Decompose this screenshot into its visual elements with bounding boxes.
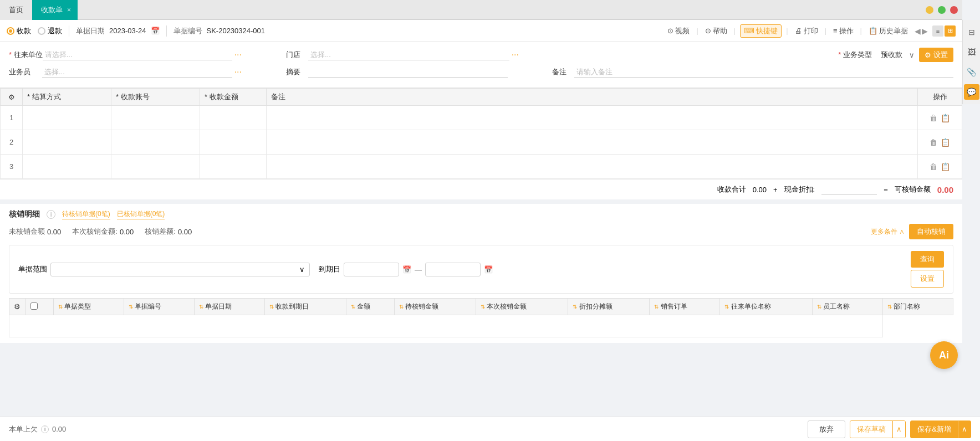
sort-icon[interactable]: ⇅ — [481, 304, 485, 310]
counterpart-input[interactable] — [43, 49, 232, 60]
writeoff-info-icon[interactable]: i — [47, 210, 55, 219]
sort-icon[interactable]: ⇅ — [887, 304, 892, 310]
separator-1 — [69, 25, 69, 37]
auto-writeoff-button[interactable]: 自动核销 — [909, 224, 953, 239]
sort-icon[interactable]: ⇅ — [129, 304, 133, 310]
counterpart-more-icon[interactable]: ··· — [234, 50, 242, 60]
print-button[interactable]: 🖨 打印 — [793, 25, 820, 37]
biz-type-arrow-icon[interactable]: ∨ — [909, 51, 915, 59]
summary-field: 摘要 — [286, 66, 508, 78]
account-cell[interactable] — [111, 106, 200, 130]
save-new-arrow-button[interactable]: ∧ — [958, 421, 971, 438]
salesperson-input[interactable] — [42, 66, 232, 78]
delete-row-icon[interactable]: 🗑 — [930, 162, 937, 171]
delete-row-icon[interactable]: 🗑 — [930, 138, 937, 147]
sidebar-table-icon[interactable]: ⊟ — [964, 24, 979, 40]
summary-input[interactable] — [308, 66, 508, 78]
select-all-checkbox[interactable] — [30, 302, 38, 310]
date-to-input[interactable]: 2022-04-12 — [425, 263, 481, 276]
salesperson-more-icon[interactable]: ··· — [234, 67, 242, 77]
nav-prev-icon[interactable]: ◀ — [915, 27, 921, 35]
tab-close-icon[interactable]: × — [67, 0, 71, 20]
save-draft-arrow-button[interactable]: ∧ — [893, 421, 905, 438]
tab-active[interactable]: 收款单 × — [32, 0, 78, 20]
sort-icon[interactable]: ⇅ — [573, 304, 577, 310]
settlement-cell[interactable] — [23, 155, 111, 179]
amount-cell[interactable] — [200, 106, 267, 130]
help-button[interactable]: ⊙ 帮助 — [703, 25, 729, 37]
sort-icon[interactable]: ⇅ — [724, 304, 729, 310]
grid-view-btn[interactable]: ⊞ — [945, 25, 956, 37]
copy-row-icon[interactable]: 📋 — [941, 114, 950, 122]
copy-row-icon[interactable]: 📋 — [941, 138, 950, 147]
doc-range-select[interactable]: ∨ — [50, 263, 310, 276]
list-view-btn[interactable]: ≡ — [932, 25, 943, 37]
refund-label: 退款 — [48, 26, 62, 36]
ops-button[interactable]: ≡ 操作 — [831, 25, 856, 37]
account-cell[interactable] — [111, 155, 200, 179]
sidebar-image-icon[interactable]: 🖼 — [964, 44, 979, 60]
date-to-calendar-icon[interactable]: 📅 — [484, 265, 493, 274]
refund-radio[interactable]: 退款 — [38, 26, 62, 36]
sort-icon[interactable]: ⇅ — [58, 304, 63, 310]
sidebar-chat-icon[interactable]: 💬 — [964, 84, 979, 100]
sort-icon[interactable]: ⇅ — [654, 304, 659, 310]
settlement-cell[interactable] — [23, 106, 111, 130]
gear-header-icon[interactable]: ⚙ — [14, 302, 21, 311]
col-header: ⇅ 单据编号 — [124, 299, 194, 315]
separator-7: | — [860, 27, 862, 35]
window-maximize-button[interactable] — [938, 6, 946, 14]
more-conditions-btn[interactable]: 更多条件 ∧ — [871, 227, 905, 237]
save-new-button[interactable]: 保存&新增 — [911, 421, 958, 438]
discount-label: 现金折扣: — [784, 184, 815, 194]
sort-icon[interactable]: ⇅ — [269, 304, 274, 310]
account-cell[interactable] — [111, 130, 200, 155]
filter-label: 单据范围 — [18, 264, 47, 274]
form-row-2: 业务员 ··· 摘要 备注 — [9, 66, 953, 78]
select-all-header[interactable] — [26, 299, 54, 315]
sort-icon[interactable]: ⇅ — [399, 304, 404, 310]
sort-icon[interactable]: ⇅ — [199, 304, 203, 310]
diff-value: 0.00 — [178, 228, 192, 236]
history-button[interactable]: 📋 历史单据 — [866, 25, 910, 37]
ops-label: 操作 — [839, 26, 854, 36]
date-from-input[interactable]: 2022-04-01 — [344, 263, 399, 276]
abandon-button[interactable]: 放弃 — [808, 421, 845, 438]
amount-cell[interactable] — [200, 155, 267, 179]
window-close-button[interactable] — [950, 6, 958, 14]
settings-button[interactable]: ⚙ 设置 — [919, 48, 953, 62]
copy-row-icon[interactable]: 📋 — [941, 162, 950, 171]
table-gear-header[interactable]: ⚙ — [1, 89, 23, 106]
query-button[interactable]: 查询 — [911, 251, 944, 268]
window-minimize-button[interactable] — [926, 6, 933, 14]
note-cell[interactable] — [267, 155, 918, 179]
note-cell[interactable] — [267, 106, 918, 130]
done-tab[interactable]: 已核销单据(0笔) — [117, 209, 165, 219]
summary-label: 摘要 — [286, 67, 308, 77]
sidebar-paperclip-icon[interactable]: 📎 — [964, 64, 979, 80]
tab-home[interactable]: 首页 — [0, 0, 32, 20]
date-from-calendar-icon[interactable]: 📅 — [402, 265, 411, 274]
filter-settings-button[interactable]: 设置 — [911, 270, 944, 288]
sort-icon[interactable]: ⇅ — [817, 304, 821, 310]
nav-next-icon[interactable]: ▶ — [922, 27, 928, 35]
discount-input[interactable] — [821, 184, 877, 195]
ai-badge[interactable]: Ai — [930, 341, 958, 369]
pending-tab[interactable]: 待核销单据(0笔) — [62, 209, 110, 219]
amount-cell[interactable] — [200, 130, 267, 155]
store-more-icon[interactable]: ··· — [512, 50, 519, 60]
shortcut-button[interactable]: ⌨ 快捷键 — [740, 24, 782, 38]
save-draft-button[interactable]: 保存草稿 — [850, 421, 893, 438]
settlement-cell[interactable] — [23, 130, 111, 155]
video-icon: ⊙ — [667, 27, 673, 35]
bottom-actions: 放弃 保存草稿 ∧ 保存&新增 ∧ — [808, 421, 971, 438]
delete-row-icon[interactable]: 🗑 — [930, 114, 937, 122]
video-button[interactable]: ⊙ 视频 — [665, 25, 692, 37]
note-cell[interactable] — [267, 130, 918, 155]
sort-icon[interactable]: ⇅ — [351, 304, 355, 310]
receipt-radio[interactable]: 收款 — [7, 26, 31, 36]
note-input[interactable] — [574, 66, 953, 78]
store-input[interactable] — [308, 49, 509, 60]
calendar-icon[interactable]: 📅 — [151, 27, 160, 35]
bottom-info-icon[interactable]: i — [41, 425, 49, 433]
